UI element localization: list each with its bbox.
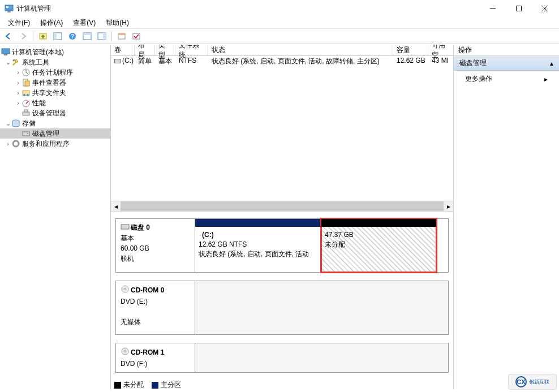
disk-row-1[interactable]: CD-ROM 0 DVD (E:) 无媒体 xyxy=(115,281,449,335)
toolbar-settings-button[interactable] xyxy=(115,30,128,42)
tree-root[interactable]: 计算机管理(本地) xyxy=(0,47,110,57)
drive-icon xyxy=(114,59,121,63)
svg-point-34 xyxy=(15,143,17,145)
col-fs[interactable]: 文件系统 xyxy=(175,45,208,55)
main-content: 卷 布局 类型 文件系统 状态 容量 可用空 (C:) 简单 基本 NTFS 状… xyxy=(111,45,454,390)
collapse-icon[interactable]: ⌄ xyxy=(5,120,11,127)
disk-icon xyxy=(121,223,131,233)
svg-rect-29 xyxy=(24,110,28,112)
svg-rect-31 xyxy=(23,132,29,136)
disk-info: CD-ROM 1 DVD (F:) xyxy=(116,343,195,372)
svg-point-39 xyxy=(124,351,126,352)
expand-icon[interactable]: › xyxy=(15,69,22,76)
svg-point-26 xyxy=(27,94,29,96)
folder-share-icon xyxy=(22,88,31,97)
actions-header: 操作 xyxy=(454,45,559,56)
expand-icon[interactable]: › xyxy=(15,100,22,106)
toolbar-btn-5[interactable] xyxy=(81,30,93,42)
partitions-empty xyxy=(195,281,448,334)
volume-list[interactable]: (C:) 简单 基本 NTFS 状态良好 (系统, 启动, 页面文件, 活动, … xyxy=(111,56,453,201)
menu-action[interactable]: 操作(A) xyxy=(36,17,67,29)
toolbar-btn-6[interactable] xyxy=(96,30,108,42)
svg-rect-15 xyxy=(103,33,106,40)
minimize-button[interactable] xyxy=(480,0,506,17)
col-type[interactable]: 类型 xyxy=(155,45,175,55)
forward-button[interactable] xyxy=(17,30,29,42)
collapse-arrow-icon: ▴ xyxy=(550,59,553,67)
scroll-left-icon[interactable]: ◂ xyxy=(111,201,121,211)
menu-file[interactable]: 文件(F) xyxy=(3,17,35,29)
toolbar-check-button[interactable] xyxy=(130,30,143,42)
back-button[interactable] xyxy=(2,30,15,42)
col-volume[interactable]: 卷 xyxy=(111,45,135,55)
expand-icon[interactable]: › xyxy=(15,89,22,96)
tree-services-apps[interactable]: › 服务和应用程序 xyxy=(0,139,110,149)
col-capacity[interactable]: 容量 xyxy=(393,45,428,55)
expand-icon[interactable]: › xyxy=(5,140,11,147)
svg-rect-1 xyxy=(6,6,8,8)
device-icon xyxy=(22,109,31,118)
legend: 未分配 主分区 xyxy=(114,380,181,390)
col-layout[interactable]: 布局 xyxy=(135,45,155,55)
svg-rect-35 xyxy=(121,225,129,229)
partitions-empty xyxy=(195,343,448,372)
titlebar: 计算机管理 xyxy=(0,0,559,17)
svg-rect-23 xyxy=(25,81,29,86)
up-button[interactable] xyxy=(37,30,49,42)
disk-mgmt-icon xyxy=(22,129,31,138)
volume-row[interactable]: (C:) 简单 基本 NTFS 状态良好 (系统, 启动, 页面文件, 活动, … xyxy=(111,56,453,66)
menu-help[interactable]: 帮助(H) xyxy=(101,17,134,29)
menubar: 文件(F) 操作(A) 查看(V) 帮助(H) xyxy=(0,17,559,28)
cd-icon xyxy=(121,285,131,296)
actions-more[interactable]: 更多操作 ▸ xyxy=(454,71,559,87)
computer-icon xyxy=(1,48,10,57)
horizontal-scrollbar[interactable]: ◂ ▸ xyxy=(111,201,453,211)
help-button[interactable]: ? xyxy=(66,30,79,42)
tree-device-manager[interactable]: 设备管理器 xyxy=(0,108,110,118)
actions-section[interactable]: 磁盘管理 ▴ xyxy=(454,56,559,71)
col-status[interactable]: 状态 xyxy=(208,45,393,55)
watermark: CX 创新互联 xyxy=(508,374,557,390)
navigation-tree[interactable]: 计算机管理(本地) ⌄ 系统工具 › 任务计划程序 › 事件查看器 › 共享文件… xyxy=(0,45,111,390)
cd-icon xyxy=(121,347,131,359)
tree-event-viewer[interactable]: › 事件查看器 xyxy=(0,77,110,88)
scroll-right-icon[interactable]: ▸ xyxy=(444,201,453,211)
svg-rect-13 xyxy=(83,33,91,35)
tree-performance[interactable]: › 性能 xyxy=(0,98,110,108)
tree-storage[interactable]: ⌄ 存储 xyxy=(0,118,110,128)
chevron-right-icon: ▸ xyxy=(544,75,548,83)
toolbar: ? xyxy=(0,28,559,44)
partition-unallocated[interactable]: 47.37 GB 未分配 xyxy=(321,218,437,273)
svg-rect-4 xyxy=(517,6,522,11)
svg-rect-19 xyxy=(2,49,10,54)
close-button[interactable] xyxy=(532,0,558,17)
svg-rect-17 xyxy=(118,33,125,35)
tree-task-scheduler[interactable]: › 任务计划程序 xyxy=(0,67,110,77)
expand-icon[interactable]: › xyxy=(15,79,22,86)
volume-list-header: 卷 布局 类型 文件系统 状态 容量 可用空 xyxy=(111,45,453,56)
svg-rect-20 xyxy=(4,54,7,55)
window-title: 计算机管理 xyxy=(17,4,480,14)
col-free[interactable]: 可用空 xyxy=(428,45,453,55)
disk-info: 磁盘 0 基本 60.00 GB 联机 xyxy=(116,219,195,272)
services-icon xyxy=(11,139,20,148)
tools-icon xyxy=(11,58,20,67)
show-hide-tree-button[interactable] xyxy=(51,30,64,42)
disk-graphical-view[interactable]: 磁盘 0 基本 60.00 GB 联机 (C:) 12.62 GB NTFS 状… xyxy=(111,211,453,390)
event-icon xyxy=(22,78,31,87)
tree-shared-folders[interactable]: › 共享文件夹 xyxy=(0,88,110,98)
tree-system-tools[interactable]: ⌄ 系统工具 xyxy=(0,57,110,67)
collapse-icon[interactable]: ⌄ xyxy=(5,59,11,66)
disk-row-2[interactable]: CD-ROM 1 DVD (F:) xyxy=(115,343,449,373)
tree-disk-management[interactable]: 磁盘管理 xyxy=(0,128,110,139)
svg-text:?: ? xyxy=(71,33,74,40)
menu-view[interactable]: 查看(V) xyxy=(68,17,100,29)
disk-info: CD-ROM 0 DVD (E:) 无媒体 xyxy=(116,281,195,334)
disk-row-0[interactable]: 磁盘 0 基本 60.00 GB 联机 (C:) 12.62 GB NTFS 状… xyxy=(115,218,449,273)
maximize-button[interactable] xyxy=(506,0,532,17)
partition-c[interactable]: (C:) 12.62 GB NTFS 状态良好 (系统, 启动, 页面文件, 活… xyxy=(195,218,321,273)
svg-point-32 xyxy=(27,133,28,134)
legend-unalloc-swatch xyxy=(114,382,121,389)
svg-rect-2 xyxy=(7,11,11,12)
app-icon xyxy=(5,4,14,13)
